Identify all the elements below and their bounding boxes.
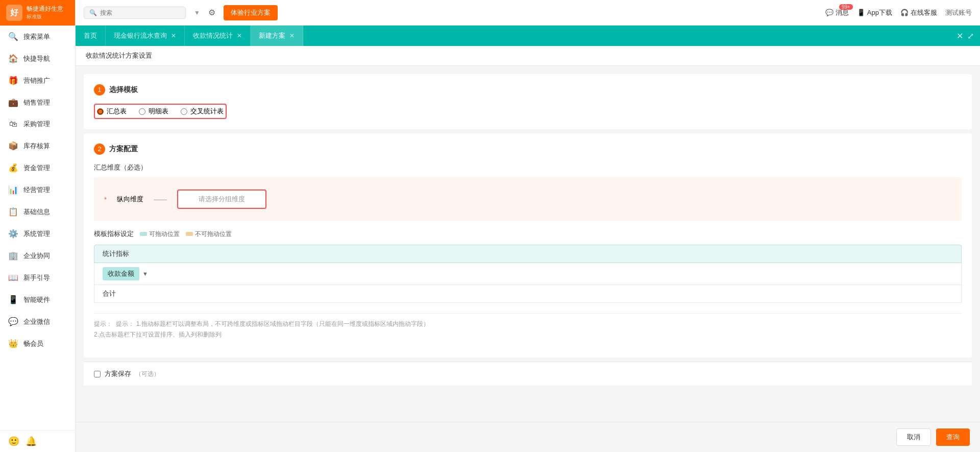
tabbar-window-actions: ✕ ⤢ bbox=[950, 31, 980, 41]
radio-cross-input[interactable] bbox=[181, 108, 187, 115]
sidebar-item-purchase[interactable]: 🛍 采购管理 bbox=[0, 113, 75, 135]
topbar: 🔍 ▼ ⚙ 体验行业方案 💬 消息 99+ 📱 App下载 🎧 在线客服 测试账… bbox=[76, 0, 980, 26]
user-name: 测试账号 bbox=[945, 8, 972, 17]
phone-icon: 📱 bbox=[8, 295, 18, 304]
tab-receivables[interactable]: 收款情况统计 ✕ bbox=[185, 26, 251, 46]
step2-title: 方案配置 bbox=[109, 145, 138, 154]
service-icon: 🎧 bbox=[900, 9, 909, 16]
dimension-config: 汇总维度（必选） * 纵向维度 —— 请选择分组维度 bbox=[94, 163, 962, 221]
crown-icon: 👑 bbox=[8, 339, 18, 348]
footer-bar: 取消 查询 bbox=[76, 422, 980, 452]
sidebar-item-system[interactable]: ⚙️ 系统管理 bbox=[0, 223, 75, 245]
money-icon: 💰 bbox=[8, 163, 18, 173]
step2-header: 2 方案配置 bbox=[94, 144, 962, 155]
radio-summary[interactable]: 汇总表 bbox=[97, 107, 127, 116]
sidebar-item-member[interactable]: 👑 畅会员 bbox=[0, 332, 75, 354]
tab-new-plan[interactable]: 新建方案 ✕ bbox=[251, 26, 303, 46]
download-icon: 📱 bbox=[857, 9, 865, 16]
indicator-header-row: 模板指标设定 可拖动位置 不可拖动位置 bbox=[94, 229, 962, 239]
settings-gear-icon[interactable]: ⚙ bbox=[208, 8, 215, 17]
non-draggable-indicator bbox=[186, 232, 193, 236]
sidebar-item-marketing[interactable]: 🎁 营销推广 bbox=[0, 69, 75, 91]
save-optional: （可选） bbox=[135, 370, 160, 378]
sidebar-item-search[interactable]: 🔍 搜索菜单 bbox=[0, 26, 75, 47]
briefcase-icon: 💼 bbox=[8, 98, 18, 107]
indicator-table-header: 统计指标 bbox=[94, 245, 962, 263]
step1-header: 1 选择模板 bbox=[94, 84, 962, 96]
message-action[interactable]: 💬 消息 99+ bbox=[825, 8, 849, 17]
radio-detail-input[interactable] bbox=[139, 108, 145, 115]
app-download-action[interactable]: 📱 App下载 bbox=[857, 8, 892, 17]
indicator-non-draggable-badge: 不可拖动位置 bbox=[186, 230, 232, 239]
gift-icon: 🎁 bbox=[8, 76, 18, 85]
search-input[interactable] bbox=[100, 9, 180, 16]
save-checkbox[interactable] bbox=[94, 371, 101, 377]
tips-section: 提示： 提示： 1.拖动标题栏可以调整布局，不可跨维度或指标区域拖动栏目字段（只… bbox=[94, 313, 962, 347]
gear-icon: ⚙️ bbox=[8, 229, 18, 239]
page-body: 1 选择模板 汇总表 明细表 交叉统计表 bbox=[76, 66, 980, 422]
sidebar-bottom: 🙂 🔔 bbox=[0, 430, 75, 452]
revenue-dropdown-icon[interactable]: ▼ bbox=[142, 271, 148, 277]
search-icon: 🔍 bbox=[89, 9, 97, 16]
dimension-arrow: —— bbox=[154, 196, 167, 203]
tab-close-receivables[interactable]: ✕ bbox=[237, 32, 242, 39]
industry-solution-button[interactable]: 体验行业方案 bbox=[224, 5, 278, 20]
radio-detail[interactable]: 明细表 bbox=[139, 107, 168, 116]
search-icon: 🔍 bbox=[8, 32, 18, 41]
tab-home[interactable]: 首页 bbox=[76, 26, 106, 46]
content-area: 收款情况统计方案设置 1 选择模板 汇总表 明细表 bbox=[76, 46, 980, 452]
sidebar-bottom-icon-2[interactable]: 🔔 bbox=[26, 436, 37, 447]
dimension-vertical-label: 纵向维度 bbox=[117, 195, 143, 204]
sidebar-logo: 好 畅捷通好生意 标准版 bbox=[0, 0, 75, 26]
sidebar-item-operations[interactable]: 📊 经营管理 bbox=[0, 179, 75, 201]
window-maximize-icon[interactable]: ⤢ bbox=[967, 31, 974, 41]
dimension-select[interactable]: 请选择分组维度 bbox=[177, 189, 266, 209]
indicator-cell-revenue: 收款金额 ▼ bbox=[94, 263, 156, 284]
online-service-action[interactable]: 🎧 在线客服 bbox=[900, 8, 937, 17]
tab-close-new-plan[interactable]: ✕ bbox=[289, 32, 295, 39]
step2-number: 2 bbox=[94, 144, 105, 155]
tip-2: 2.点击标题栏下拉可设置排序、插入列和删除列 bbox=[94, 330, 962, 339]
sidebar-item-inventory[interactable]: 📦 库存核算 bbox=[0, 135, 75, 157]
sidebar-item-basic-info[interactable]: 📋 基础信息 bbox=[0, 201, 75, 223]
sidebar-bottom-icon-1[interactable]: 🙂 bbox=[8, 436, 19, 447]
sidebar-item-finance[interactable]: 💰 资金管理 bbox=[0, 157, 75, 179]
sidebar-item-hardware[interactable]: 📱 智能硬件 bbox=[0, 289, 75, 311]
sidebar-item-sales[interactable]: 💼 销售管理 bbox=[0, 91, 75, 113]
window-close-icon[interactable]: ✕ bbox=[957, 31, 963, 41]
tab-cash-bank[interactable]: 现金银行流水查询 ✕ bbox=[106, 26, 185, 46]
main-area: 🔍 ▼ ⚙ 体验行业方案 💬 消息 99+ 📱 App下载 🎧 在线客服 测试账… bbox=[76, 0, 980, 452]
tabbar: 首页 现金银行流水查询 ✕ 收款情况统计 ✕ 新建方案 ✕ ✕ ⤢ bbox=[76, 26, 980, 46]
message-icon: 💬 bbox=[825, 9, 834, 16]
step1-section: 1 选择模板 汇总表 明细表 交叉统计表 bbox=[84, 74, 972, 129]
box-icon: 📦 bbox=[8, 141, 18, 151]
indicator-draggable-badge: 可拖动位置 bbox=[140, 230, 180, 239]
chat-icon: 💬 bbox=[8, 317, 18, 326]
indicator-cell-total: 合计 bbox=[94, 285, 124, 302]
template-options-group: 汇总表 明细表 交叉统计表 bbox=[94, 104, 227, 119]
home-icon: 🏠 bbox=[8, 54, 18, 63]
radio-summary-input[interactable] bbox=[97, 108, 104, 115]
chart-icon: 📊 bbox=[8, 185, 18, 195]
dimension-section-title: 汇总维度（必选） bbox=[94, 163, 962, 172]
app-logo-icon: 好 bbox=[6, 5, 22, 21]
step2-section: 2 方案配置 汇总维度（必选） * 纵向维度 —— 请选择分组维度 bbox=[84, 133, 972, 358]
indicator-section: 模板指标设定 可拖动位置 不可拖动位置 统计指标 bbox=[94, 229, 962, 303]
radio-cross[interactable]: 交叉统计表 bbox=[181, 107, 224, 116]
dropdown-arrow-icon[interactable]: ▼ bbox=[194, 9, 200, 16]
book-icon: 📖 bbox=[8, 273, 18, 282]
sidebar-item-home[interactable]: 🏠 快捷导航 bbox=[0, 47, 75, 69]
step1-title: 选择模板 bbox=[109, 85, 138, 94]
message-badge: 99+ bbox=[839, 4, 853, 10]
step1-number: 1 bbox=[94, 84, 105, 96]
sidebar-item-wechat[interactable]: 💬 企业微信 bbox=[0, 311, 75, 332]
sidebar-item-cooperation[interactable]: 🏢 企业协同 bbox=[0, 245, 75, 267]
tip-1: 提示： 提示： 1.拖动标题栏可以调整布局，不可跨维度或指标区域拖动栏目字段（只… bbox=[94, 320, 962, 328]
tab-close-cash-bank[interactable]: ✕ bbox=[171, 32, 176, 39]
cancel-button[interactable]: 取消 bbox=[896, 429, 931, 446]
sidebar-item-guide[interactable]: 📖 新手引导 bbox=[0, 267, 75, 289]
page-title: 收款情况统计方案设置 bbox=[86, 52, 152, 59]
query-button[interactable]: 查询 bbox=[936, 429, 970, 446]
dimension-required-star: * bbox=[104, 196, 107, 203]
search-box[interactable]: 🔍 bbox=[84, 7, 186, 19]
